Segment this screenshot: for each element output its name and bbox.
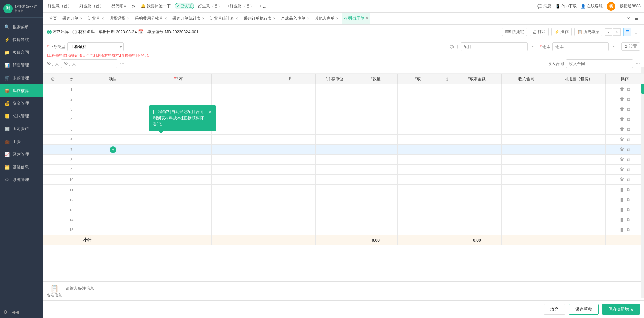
cell-project-5[interactable] [80, 124, 146, 135]
cell-material-10[interactable] [146, 175, 212, 185]
cell-income-6[interactable] [501, 135, 551, 145]
delete-row-btn-1[interactable]: 🗑 [620, 86, 624, 92]
cell-warehouse-1[interactable] [266, 84, 316, 94]
cell-warehouse-15[interactable] [266, 225, 316, 235]
income-contract-dots-btn[interactable]: ··· [636, 61, 640, 67]
delete-row-btn-11[interactable]: 🗑 [620, 187, 624, 192]
cell-material-6[interactable] [146, 135, 212, 145]
cell-unit-8[interactable] [316, 155, 354, 165]
cell-unit-3[interactable] [316, 104, 354, 114]
cell-spec-13[interactable] [212, 205, 266, 215]
cell-warehouse-9[interactable] [266, 165, 316, 175]
cell-spec-15[interactable] [212, 225, 266, 235]
tab-close-incoming-stats[interactable]: ✕ [235, 17, 238, 20]
cell-spec-10[interactable] [212, 175, 266, 185]
cell-warehouse-7[interactable] [266, 145, 316, 155]
cell-cost-amt-5[interactable] [452, 124, 502, 135]
cell-warehouse-12[interactable] [266, 195, 316, 205]
copy-row-btn-2[interactable]: ⧉ [627, 96, 630, 102]
cell-available-15[interactable] [551, 225, 605, 235]
cell-cost-amt-12[interactable] [452, 195, 502, 205]
cell-income-3[interactable] [501, 104, 551, 114]
cell-income-9[interactable] [501, 165, 551, 175]
sidebar-item-project[interactable]: 📁 项目合同 [0, 46, 43, 59]
cell-qty-3[interactable] [354, 104, 397, 114]
cell-cost-1[interactable] [397, 84, 441, 94]
cell-income-2[interactable] [501, 94, 551, 104]
cell-cost-2[interactable] [397, 94, 441, 104]
cell-available-10[interactable] [551, 175, 605, 185]
warehouse-dots-btn[interactable]: ··· [611, 44, 616, 50]
cell-income-11[interactable] [501, 185, 551, 195]
cell-qty-9[interactable] [354, 165, 397, 175]
cell-income-7[interactable] [501, 145, 551, 155]
cell-cost-amt-3[interactable] [452, 104, 502, 114]
cell-available-13[interactable] [551, 205, 605, 215]
cell-project-15[interactable] [80, 225, 146, 235]
cell-material-1[interactable] [146, 84, 212, 94]
calendar-icon[interactable]: 📅 [138, 29, 143, 34]
tab-close-product-inbound[interactable]: ✕ [307, 17, 309, 20]
handler-dots-btn[interactable]: ··· [120, 61, 124, 67]
tab-material-outbound[interactable]: 材料出库单 ✕ [342, 13, 370, 25]
delete-row-btn-5[interactable]: 🗑 [620, 126, 624, 132]
cell-spec-5[interactable] [212, 124, 266, 135]
sidebar-item-system[interactable]: ⚙ 系统管理 [0, 173, 43, 186]
copy-row-btn-13[interactable]: ⧉ [627, 207, 630, 212]
tab-close-purchase-stats[interactable]: ✕ [202, 17, 205, 20]
prev-arrow[interactable]: ‹ [605, 28, 612, 36]
cell-cost-amt-4[interactable] [452, 114, 502, 124]
cell-project-11[interactable] [80, 185, 146, 195]
income-contract-input[interactable] [566, 59, 633, 68]
next-arrow[interactable]: › [613, 28, 621, 36]
cell-cost-amt-13[interactable] [452, 205, 502, 215]
cell-spec-4[interactable] [212, 114, 266, 124]
cell-cost-8[interactable] [397, 155, 441, 165]
cell-warehouse-4[interactable] [266, 114, 316, 124]
th-settings[interactable]: ⚙ [43, 74, 63, 84]
business-type-input[interactable] [67, 42, 124, 51]
cell-income-4[interactable] [501, 114, 551, 124]
cell-cost-4[interactable] [397, 114, 441, 124]
cell-project-4[interactable] [80, 114, 146, 124]
view-grid-btn[interactable]: ⊞ [632, 28, 640, 36]
tab-other-inbound[interactable]: 其他入库单 ✕ [313, 13, 341, 25]
cell-qty-5[interactable] [354, 124, 397, 135]
sidebar-item-shortcut[interactable]: ⚡ 快捷导航 [0, 33, 43, 46]
cell-available-7[interactable] [551, 145, 605, 155]
cell-cost-3[interactable] [397, 104, 441, 114]
cell-income-15[interactable] [501, 225, 551, 235]
cell-material-12[interactable] [146, 195, 212, 205]
cell-warehouse-11[interactable] [266, 185, 316, 195]
cell-qty-2[interactable] [354, 94, 397, 104]
save-new-btn[interactable]: 保存&新增 ∧ [602, 304, 640, 315]
cell-unit-10[interactable] [316, 175, 354, 185]
cell-available-6[interactable] [551, 135, 605, 145]
view-list-btn[interactable]: ☰ [623, 28, 631, 36]
cell-cost-9[interactable] [397, 165, 441, 175]
sidebar-item-purchase[interactable]: 🛒 采购管理 [0, 71, 43, 84]
gnav-agent[interactable]: +易代账 ▾ [108, 3, 127, 9]
cell-income-14[interactable] [501, 215, 551, 225]
gnav-good-business-2[interactable]: 好生意（首） [197, 3, 223, 9]
radio-material-return[interactable]: 材料退库 [72, 29, 95, 35]
cell-income-13[interactable] [501, 205, 551, 215]
cell-spec-12[interactable] [212, 195, 266, 205]
cell-income-5[interactable] [501, 124, 551, 135]
cell-warehouse-5[interactable] [266, 124, 316, 135]
project-input[interactable] [461, 42, 528, 51]
delete-row-btn-6[interactable]: 🗑 [620, 137, 624, 142]
cell-qty-13[interactable] [354, 205, 397, 215]
cell-qty-11[interactable] [354, 185, 397, 195]
cell-cost-11[interactable] [397, 185, 441, 195]
warehouse-input[interactable] [552, 42, 609, 51]
tab-close-purchase-expense[interactable]: ✕ [164, 17, 167, 20]
tab-close-other-inbound[interactable]: ✕ [336, 17, 339, 20]
cell-material-15[interactable] [146, 225, 212, 235]
cell-income-8[interactable] [501, 155, 551, 165]
cell-available-5[interactable] [551, 124, 605, 135]
delete-row-btn-4[interactable]: 🗑 [620, 116, 624, 122]
sidebar-item-ledger[interactable]: 📒 总账管理 [0, 110, 43, 122]
cell-cost-15[interactable] [397, 225, 441, 235]
tab-home[interactable]: 首页 [47, 13, 59, 25]
